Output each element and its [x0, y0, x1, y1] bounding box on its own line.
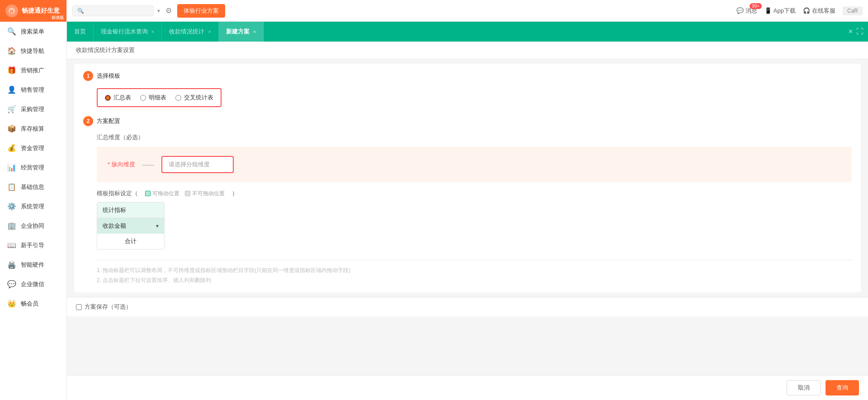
sidebar-item-guide[interactable]: 📖 新手引导 [0, 235, 66, 255]
download-icon: 📱 [764, 7, 772, 14]
template-radio-summary[interactable] [105, 95, 111, 101]
sidebar-item-label: 智能硬件 [21, 261, 44, 269]
sidebar-item-finance[interactable]: 💰 资金管理 [0, 138, 66, 158]
dimension-section-label: 汇总维度（必选） [97, 133, 852, 141]
sidebar-item-sales[interactable]: 👤 销售管理 [0, 80, 66, 99]
sidebar: 好 畅捷通好生意 标准版 🔍 搜索菜单 🏠 快捷导航 🎁 营销推广 👤 销售管理… [0, 0, 67, 400]
footer-actions: 取消 查询 [67, 375, 868, 400]
settings-icon[interactable]: ⚙ [165, 6, 172, 15]
message-badge: 99+ [750, 3, 762, 9]
tab-bank-flow-label: 现金银行流水查询 [101, 28, 148, 36]
sidebar-item-basics[interactable]: 📋 基础信息 [0, 177, 66, 197]
search-icon: 🔍 [77, 8, 84, 14]
tab-new-plan[interactable]: 新建方案 × [219, 22, 264, 42]
sidebar-item-label: 营销推广 [21, 66, 44, 75]
sidebar-item-label: 库存核算 [21, 125, 44, 133]
sidebar-item-label: 企业协同 [21, 222, 44, 230]
maximize-icon[interactable]: ⛶ [856, 28, 863, 36]
metrics-closing: ） [232, 189, 238, 198]
vertical-label: * 纵向维度 [108, 160, 135, 169]
dropdown-arrow-icon[interactable]: ▾ [157, 8, 160, 14]
non-draggable-label: 不可拖动位置 [192, 190, 225, 198]
metrics-section: 模板指标设定（ 可拖动位置 不可拖动位置 ） [97, 189, 852, 251]
metrics-footer-label: 合计 [125, 238, 137, 245]
printer-icon: 🖨️ [7, 260, 16, 269]
tab-bank-flow-close-icon[interactable]: × [151, 29, 154, 34]
sidebar-item-operations[interactable]: 📊 经营管理 [0, 158, 66, 177]
template-option-cross[interactable]: 交叉统计表 [175, 94, 213, 102]
non-draggable-legend-item: 不可拖动位置 [185, 190, 225, 198]
cell-dropdown-icon[interactable]: ▾ [156, 223, 159, 229]
sidebar-item-label: 基础信息 [21, 183, 44, 191]
step1-header: 1 选择模板 [83, 71, 852, 81]
step2-header: 2 方案配置 [83, 116, 852, 126]
tab-new-plan-close-icon[interactable]: × [253, 29, 256, 34]
tab-new-plan-label: 新建方案 [226, 28, 250, 36]
page-title: 收款情况统计方案设置 [76, 47, 135, 53]
template-radio-cross[interactable] [175, 95, 181, 101]
step1-number: 1 [83, 71, 93, 81]
sidebar-item-label: 搜索菜单 [21, 28, 44, 36]
sidebar-item-nav[interactable]: 🏠 快捷导航 [0, 41, 66, 61]
tab-actions: × ⛶ [844, 22, 868, 42]
logo-icon: 好 [5, 5, 18, 17]
group-dimension-selector[interactable]: 请选择分组维度 [161, 156, 234, 173]
sidebar-item-label: 系统管理 [21, 202, 44, 211]
app-version: 标准版 [52, 15, 64, 21]
book-icon: 📖 [7, 241, 16, 249]
service-button[interactable]: 🎧 在线客服 [803, 7, 835, 15]
sidebar-item-system[interactable]: ⚙️ 系统管理 [0, 197, 66, 216]
dimension-area: * 纵向维度 —— 请选择分组维度 [97, 147, 852, 182]
sidebar-item-wechat[interactable]: 💬 企业微信 [0, 274, 66, 294]
tab-payment-stats[interactable]: 收款情况统计 × [162, 22, 218, 42]
template-detail-label: 明细表 [149, 94, 166, 102]
step1-label: 选择模板 [97, 72, 120, 80]
sidebar-item-label: 采购管理 [21, 105, 44, 113]
save-checkbox[interactable] [76, 304, 82, 310]
user-display[interactable]: CaR [843, 6, 863, 15]
template-radio-detail[interactable] [140, 95, 146, 101]
arrow-icon: —— [142, 161, 154, 168]
tab-home[interactable]: 首页 [67, 22, 94, 42]
metrics-table: 统计指标 收款金额 ▾ 合计 [97, 202, 165, 249]
template-option-detail[interactable]: 明细表 [140, 94, 166, 102]
chat-icon: 💬 [7, 280, 16, 288]
metrics-cell-amount[interactable]: 收款金额 ▾ [97, 218, 164, 234]
metrics-table-footer: 合计 [97, 234, 164, 249]
service-icon: 🎧 [803, 7, 810, 14]
sidebar-item-label: 资金管理 [21, 144, 44, 152]
query-button[interactable]: 查询 [826, 380, 859, 395]
template-options: 汇总表 明细表 交叉统计表 [97, 88, 222, 107]
sidebar-item-inventory[interactable]: 📦 库存核算 [0, 119, 66, 138]
chart-icon: 📊 [7, 163, 16, 172]
sidebar-item-member[interactable]: 👑 畅会员 [0, 294, 66, 313]
template-option-summary[interactable]: 汇总表 [105, 94, 131, 102]
message-button[interactable]: 💬 消息 99+ [736, 7, 757, 15]
save-checkbox-label[interactable]: 方案保存（可选） [76, 303, 132, 311]
tips-text-1: 1. 拖动标题栏可以调整布局，不可跨维度或指标区域拖动栏目字段(只能在同一维度或… [97, 266, 852, 276]
sidebar-item-purchase[interactable]: 🛒 采购管理 [0, 99, 66, 119]
step2-number: 2 [83, 116, 93, 126]
draggable-label: 可拖动位置 [152, 190, 179, 198]
tab-payment-stats-close-icon[interactable]: × [208, 29, 211, 34]
download-button[interactable]: 📱 App下载 [764, 7, 796, 15]
sidebar-item-enterprise[interactable]: 🏢 企业协同 [0, 216, 66, 235]
tab-bank-flow[interactable]: 现金银行流水查询 × [94, 22, 162, 42]
search-input[interactable] [87, 8, 150, 14]
minimize-icon[interactable]: × [849, 28, 853, 36]
topbar-search-box[interactable]: 🔍 [72, 5, 154, 16]
page-content: 收款情况统计方案设置 1 选择模板 汇总表 明细表 [67, 42, 868, 375]
draggable-legend-item: 可拖动位置 [145, 190, 179, 198]
sidebar-item-search[interactable]: 🔍 搜索菜单 [0, 22, 66, 41]
industry-plan-button[interactable]: 体验行业方案 [177, 4, 225, 18]
sidebar-item-marketing[interactable]: 🎁 营销推广 [0, 61, 66, 80]
download-label: App下载 [774, 7, 796, 15]
cart-icon: 🛒 [7, 105, 16, 113]
template-cross-label: 交叉统计表 [184, 94, 213, 102]
tab-payment-stats-label: 收款情况统计 [169, 28, 204, 36]
user-icon: 👤 [7, 85, 16, 94]
sidebar-item-hardware[interactable]: 🖨️ 智能硬件 [0, 255, 66, 274]
box-icon: 📦 [7, 124, 16, 133]
metrics-header: 模板指标设定（ 可拖动位置 不可拖动位置 ） [97, 189, 852, 198]
cancel-button[interactable]: 取消 [787, 380, 821, 395]
